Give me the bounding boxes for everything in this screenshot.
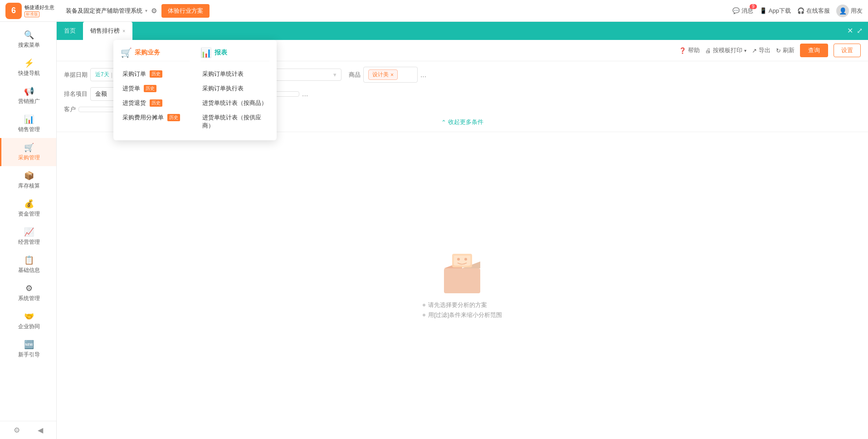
money-icon: 💰 [24, 199, 34, 209]
goods-tag: 设计美 × [368, 69, 398, 80]
help-btn[interactable]: ❓ 帮助 [679, 46, 700, 54]
menu-purchase-order[interactable]: 采购订单 历史 [121, 67, 190, 81]
menu-stock-stat-by-supplier[interactable]: 进货单统计表（按供应商） [200, 110, 269, 133]
history-tag-2: 历史 [150, 99, 162, 107]
menu-purchase-order-stat[interactable]: 采购订单统计表 [200, 67, 269, 81]
help-icon: ❓ [679, 47, 686, 54]
rank-label: 排名项目 [64, 90, 88, 98]
menu-purchase-order-exec[interactable]: 采购订单执行表 [200, 81, 269, 96]
app-download-btn[interactable]: 📱 App下载 [760, 7, 791, 15]
search-icon: 🔍 [24, 30, 34, 40]
empty-state: 请先选择要分析的方案 用[过滤]条件来缩小分析范围 [57, 132, 868, 439]
staff-more-dots[interactable]: ... [302, 90, 308, 98]
box-icon: 📦 [24, 171, 34, 181]
sidebar-item-guide[interactable]: 🆕 新手引导 [0, 335, 56, 363]
empty-illustration [435, 250, 489, 296]
tab-window-actions: ✕ ⤢ [847, 27, 868, 35]
cart-icon: 🛒 [24, 143, 34, 153]
customer-label: 客户 [64, 105, 76, 113]
empty-hint-2: 用[过滤]条件来缩小分析范围 [423, 311, 502, 319]
topbar-right: 💬 消息 9 📱 App下载 🎧 在线客服 👤 用友 [732, 5, 863, 17]
sidebar-menu: 🔍 搜索菜单 ⚡ 快捷导航 📢 营销推广 📊 销售管理 🛒 采购管理 [0, 22, 56, 421]
flash-icon: ⚡ [24, 58, 34, 68]
tab-home[interactable]: 首页 [57, 22, 83, 40]
empty-hints: 请先选择要分析的方案 用[过滤]条件来缩小分析范围 [423, 301, 502, 321]
menu-stock-stat-by-goods[interactable]: 进货单统计表（按商品） [200, 96, 269, 110]
sidebar-item-sales[interactable]: 📊 销售管理 [0, 110, 56, 138]
sidebar-item-operations[interactable]: 📈 经营管理 [0, 222, 56, 251]
sidebar-collapse-btn[interactable]: ◀ [38, 426, 43, 434]
logo-icon: 6 [5, 3, 22, 19]
tab-sales-ranking[interactable]: 销售排行榜 × [83, 22, 132, 40]
sidebar-item-collab[interactable]: 🤝 企业协同 [0, 307, 56, 335]
export-icon: ↗ [752, 47, 757, 54]
message-btn[interactable]: 💬 消息 9 [732, 7, 753, 15]
goods-input[interactable]: 设计美 × [363, 67, 418, 83]
export-btn[interactable]: ↗ 导出 [752, 46, 770, 54]
chevron-up-icon: ⌃ [441, 119, 446, 126]
headset-icon: 🎧 [797, 7, 805, 14]
sidebar-item-inventory[interactable]: 📦 库存核算 [0, 166, 56, 194]
clipboard-icon: 📋 [24, 255, 34, 265]
sidebar-item-system[interactable]: ⚙ 系统管理 [0, 279, 56, 307]
sidebar-settings-btn[interactable]: ⚙ [14, 426, 20, 434]
industry-btn[interactable]: 体验行业方案 [161, 4, 210, 18]
empty-content: 请先选择要分析的方案 用[过滤]条件来缩小分析范围 [423, 250, 502, 321]
history-tag-1: 历史 [144, 85, 156, 92]
tabs-bar: 首页 销售排行榜 × ✕ ⤢ [57, 22, 868, 40]
col1-title: 🛒 采购业务 [121, 47, 190, 61]
tab-close-btn[interactable]: × [122, 28, 125, 34]
print-dropdown-icon[interactable]: ▾ [744, 48, 746, 53]
reports-col-icon: 📊 [200, 47, 212, 58]
goods-label: 商品 [349, 71, 361, 79]
new-icon: 🆕 [24, 340, 34, 350]
reports-col: 📊 报表 采购订单统计表 采购订单执行表 进货单统计表（按商品） [200, 47, 269, 133]
avatar: 👤 [836, 5, 849, 17]
hint-dot-1 [423, 304, 425, 306]
sidebar-item-marketing[interactable]: 📢 营销推广 [0, 82, 56, 110]
sidebar-item-quick[interactable]: ⚡ 快捷导航 [0, 54, 56, 82]
sidebar-item-basic[interactable]: 📋 基础信息 [0, 251, 56, 279]
logo-text: 畅捷通好生意 标准版 [24, 4, 54, 18]
message-icon: 💬 [732, 7, 740, 14]
date-label: 单据日期 [64, 71, 88, 79]
svg-point-5 [457, 258, 460, 261]
purchase-col-icon: 🛒 [121, 47, 132, 58]
user-btn[interactable]: 👤 用友 [836, 5, 863, 17]
print-icon: 🖨 [705, 47, 711, 54]
purchase-business-col: 🛒 采购业务 采购订单 历史 进货单 历史 进货退货 [121, 47, 190, 133]
col2-title: 📊 报表 [200, 47, 269, 61]
date-quick-7[interactable]: 近7天 [95, 71, 109, 79]
maximize-window-btn[interactable]: ⤢ [857, 27, 863, 35]
status-chevron-icon: ▾ [333, 71, 336, 78]
close-window-btn[interactable]: ✕ [847, 27, 853, 35]
dropdown-menu: 🛒 采购业务 采购订单 历史 进货单 历史 进货退货 [113, 40, 277, 140]
history-tag-3: 历史 [167, 114, 180, 121]
svg-point-6 [464, 258, 467, 261]
gear-icon: ⚙ [25, 283, 33, 293]
sidebar-item-finance[interactable]: 💰 资金管理 [0, 194, 56, 222]
handshake-icon: 🤝 [24, 311, 34, 321]
sidebar-bottom: ⚙ ◀ [0, 421, 56, 439]
goods-filter: 商品 设计美 × ... [349, 67, 426, 83]
hint-dot-2 [423, 314, 425, 316]
menu-stock-return[interactable]: 进货退货 历史 [121, 96, 190, 110]
goods-tag-close[interactable]: × [390, 72, 394, 78]
query-btn[interactable]: 查询 [800, 44, 828, 57]
settings-gear-icon[interactable]: ⚙ [151, 7, 157, 15]
refresh-btn[interactable]: ↻ 刷新 [776, 46, 795, 54]
purchase-dropdown: 🛒 采购业务 采购订单 历史 进货单 历史 进货退货 [113, 40, 277, 140]
trending-icon: 📈 [24, 227, 34, 237]
goods-more-dots[interactable]: ... [420, 71, 426, 79]
svg-rect-0 [444, 268, 480, 293]
sidebar-item-search[interactable]: 🔍 搜索菜单 [0, 25, 56, 54]
settings-btn[interactable]: 设置 [834, 44, 861, 57]
sidebar-item-purchase[interactable]: 🛒 采购管理 [0, 138, 56, 166]
sys-dropdown-icon[interactable]: ▾ [145, 8, 147, 13]
chart-icon: 📊 [24, 114, 34, 124]
empty-hint-1: 请先选择要分析的方案 [423, 301, 502, 309]
service-btn[interactable]: 🎧 在线客服 [797, 7, 830, 15]
menu-stock-in[interactable]: 进货单 历史 [121, 81, 190, 96]
print-btn[interactable]: 🖨 按模板打印 ▾ [705, 46, 746, 54]
menu-purchase-expense[interactable]: 采购费用分摊单 历史 [121, 110, 190, 125]
